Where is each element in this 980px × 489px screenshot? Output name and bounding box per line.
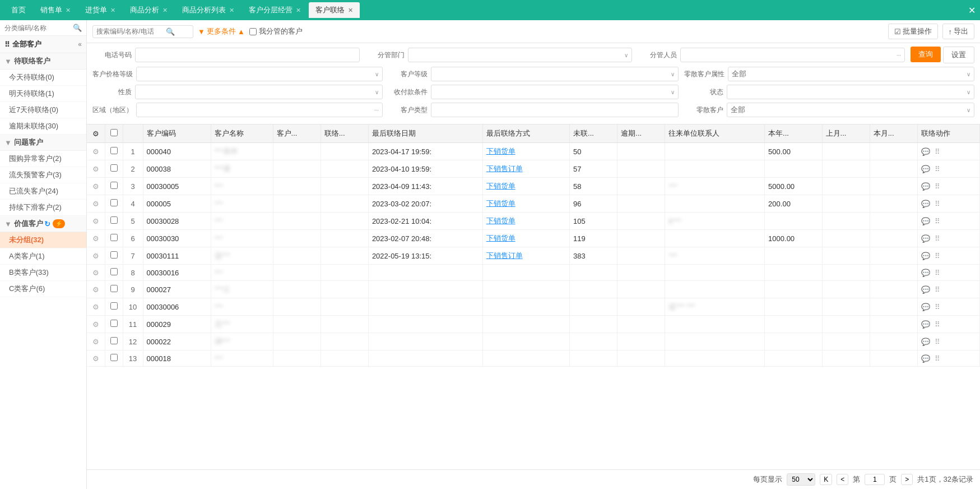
group-problem-customers[interactable]: ▼ 问题客户 — [0, 135, 86, 151]
row-checkbox[interactable] — [110, 199, 118, 206]
chat-icon[interactable]: 💬 — [921, 200, 930, 208]
row-check[interactable] — [105, 195, 123, 213]
row-action[interactable]: 💬 ⠿ — [917, 213, 979, 230]
customer-level-select[interactable]: ∨ — [431, 67, 679, 81]
row-gear[interactable]: ⚙ — [87, 350, 105, 367]
row-check[interactable] — [105, 247, 123, 265]
manager-select[interactable]: ··· — [680, 48, 905, 62]
chat-icon[interactable]: 💬 — [921, 285, 930, 294]
chat-icon[interactable]: 💬 — [921, 147, 930, 156]
retail-attr-select[interactable]: 全部 ∨ — [728, 67, 974, 81]
filter-search-input[interactable] — [96, 27, 164, 35]
row-checkbox[interactable] — [110, 337, 118, 344]
nav-tab-product-analysis[interactable]: 商品分析 ✕ — [123, 2, 174, 18]
row-last-method[interactable]: 下销货单 — [482, 230, 569, 247]
row-checkbox[interactable] — [110, 285, 118, 292]
row-action[interactable]: 💬 ⠿ — [917, 350, 979, 367]
row-last-method[interactable] — [482, 281, 569, 298]
sidebar-item-ungroup[interactable]: 未分组(32) — [0, 232, 86, 248]
sidebar-collapse-icon[interactable]: « — [78, 40, 82, 48]
close-customer-mgmt-icon[interactable]: ✕ — [296, 7, 301, 14]
batch-operation-btn[interactable]: ☑ 批量操作 — [888, 24, 938, 39]
row-action[interactable]: 💬 ⠿ — [917, 195, 979, 213]
filter-search-box[interactable]: 🔍 — [92, 25, 193, 38]
row-check[interactable] — [105, 160, 123, 178]
close-sales-tab-icon[interactable]: ✕ — [66, 7, 71, 14]
menu-icon[interactable]: ⠿ — [935, 285, 940, 294]
my-customers-filter[interactable]: 我分管的客户 — [249, 26, 303, 36]
menu-icon[interactable]: ⠿ — [935, 165, 940, 173]
row-checkbox[interactable] — [110, 354, 118, 361]
export-btn[interactable]: ↑ 导出 — [942, 24, 975, 39]
sidebar-item-today[interactable]: 今天待联络(0) — [0, 70, 86, 86]
row-action[interactable]: 💬 ⠿ — [917, 247, 979, 265]
row-gear[interactable]: ⚙ — [87, 143, 105, 160]
row-check[interactable] — [105, 178, 123, 195]
chat-icon[interactable]: 💬 — [921, 303, 930, 311]
row-last-method[interactable]: 下销售订单 — [482, 160, 569, 178]
menu-icon[interactable]: ⠿ — [935, 217, 940, 225]
row-last-method[interactable]: 下销货单 — [482, 178, 569, 195]
retail-customer-select[interactable]: 全部 ∨ — [727, 103, 974, 117]
row-check[interactable] — [105, 230, 123, 247]
customer-type-select[interactable] — [431, 103, 679, 117]
chat-icon[interactable]: 💬 — [921, 354, 930, 363]
page-input[interactable] — [865, 474, 885, 485]
row-action[interactable]: 💬 ⠿ — [917, 178, 979, 195]
chat-icon[interactable]: 💬 — [921, 165, 930, 173]
sidebar-item-hoarding[interactable]: 囤购异常客户(2) — [0, 151, 86, 167]
sidebar-item-churned[interactable]: 已流失客户(24) — [0, 183, 86, 200]
dept-select[interactable]: ∨ — [408, 48, 633, 62]
row-checkbox[interactable] — [110, 164, 118, 172]
sidebar-item-churn-warning[interactable]: 流失预警客户(3) — [0, 167, 86, 183]
nav-tab-customer-contact[interactable]: 客户联络 ✕ — [309, 2, 360, 18]
row-gear[interactable]: ⚙ — [87, 230, 105, 247]
query-button[interactable]: 查询 — [911, 47, 941, 62]
row-checkbox[interactable] — [110, 147, 118, 154]
row-check[interactable] — [105, 298, 123, 316]
reset-button[interactable]: 设置 — [943, 47, 974, 63]
region-select[interactable]: ··· — [136, 103, 383, 117]
row-gear[interactable]: ⚙ — [87, 213, 105, 230]
sidebar-search-box[interactable]: 🔍 — [0, 20, 86, 36]
group-waiting-contact[interactable]: ▼ 待联络客户 — [0, 53, 86, 70]
row-checkbox[interactable] — [110, 234, 118, 241]
row-check[interactable] — [105, 316, 123, 333]
payment-select[interactable]: ∨ — [431, 85, 679, 99]
chat-icon[interactable]: 💬 — [921, 269, 930, 277]
nav-tab-sales[interactable]: 销售单 ✕ — [34, 2, 77, 18]
sidebar-item-class-c[interactable]: C类客户(6) — [0, 281, 86, 297]
nav-tab-customer-mgmt[interactable]: 客户分层经营 ✕ — [242, 2, 308, 18]
close-all-tabs-icon[interactable]: ✕ — [968, 5, 976, 16]
close-product-analysis-icon[interactable]: ✕ — [162, 7, 168, 14]
menu-icon[interactable]: ⠿ — [935, 354, 940, 363]
status-select[interactable]: ∨ — [727, 85, 974, 99]
row-last-method[interactable] — [482, 333, 569, 350]
row-last-method[interactable]: 下销货单 — [482, 213, 569, 230]
menu-icon[interactable]: ⠿ — [935, 234, 940, 243]
menu-icon[interactable]: ⠿ — [935, 303, 940, 311]
row-check[interactable] — [105, 213, 123, 230]
row-last-method[interactable] — [482, 265, 569, 281]
nav-tab-home[interactable]: 首页 — [4, 2, 32, 18]
row-checkbox[interactable] — [110, 320, 118, 327]
menu-icon[interactable]: ⠿ — [935, 252, 940, 260]
refresh-icon[interactable]: ↻ — [44, 220, 50, 228]
close-purchase-tab-icon[interactable]: ✕ — [110, 7, 115, 14]
menu-icon[interactable]: ⠿ — [935, 200, 940, 208]
menu-icon[interactable]: ⠿ — [935, 338, 940, 346]
row-check[interactable] — [105, 143, 123, 160]
chat-icon[interactable]: 💬 — [921, 252, 930, 260]
row-last-method[interactable] — [482, 350, 569, 367]
chat-icon[interactable]: 💬 — [921, 217, 930, 225]
nav-tab-product-list[interactable]: 商品分析列表 ✕ — [175, 2, 241, 18]
row-check[interactable] — [105, 333, 123, 350]
row-checkbox[interactable] — [110, 302, 118, 310]
row-checkbox[interactable] — [110, 182, 118, 189]
first-page-btn[interactable]: K — [820, 474, 832, 485]
row-check[interactable] — [105, 265, 123, 281]
row-gear[interactable]: ⚙ — [87, 281, 105, 298]
my-customers-checkbox[interactable] — [249, 28, 257, 35]
close-product-list-icon[interactable]: ✕ — [229, 7, 234, 14]
phone-input[interactable] — [135, 48, 360, 62]
